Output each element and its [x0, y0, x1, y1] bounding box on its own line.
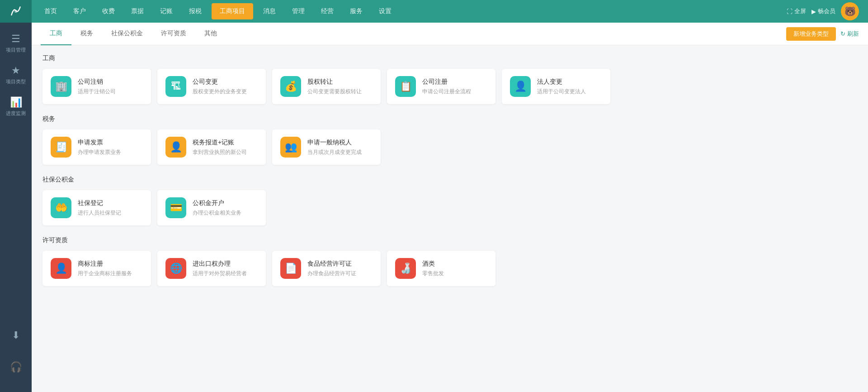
vip-button[interactable]: ▶ 畅会员 — [811, 7, 835, 15]
svg-point-0 — [14, 10, 17, 13]
nav-item-首页[interactable]: 首页 — [36, 0, 65, 23]
nav-item-客户[interactable]: 客户 — [65, 0, 94, 23]
vip-icon: ▶ — [811, 8, 816, 15]
card-name-3-3: 酒类 — [422, 260, 487, 268]
card-1-1[interactable]: 👤税务报道+记账拿到营业执照的新公司 — [157, 129, 266, 165]
card-desc-0-3: 申请公司注册全流程 — [422, 88, 487, 96]
card-desc-3-0: 用于企业商标注册服务 — [78, 270, 143, 277]
card-info-0-3: 公司注册申请公司注册全流程 — [422, 78, 487, 96]
tab-label-shuiwu: 税务 — [80, 29, 93, 38]
card-desc-3-2: 办理食品经营许可证 — [307, 270, 373, 277]
sidebar-label-progress-monitor: 进度监测 — [6, 110, 26, 117]
card-desc-0-4: 适用于公司变更法人 — [537, 88, 602, 96]
top-navigation: 首页客户收费票据记账报税工商项目消息管理经营服务设置 ⛶ 全屏 ▶ 畅会员 🐻 — [0, 0, 868, 23]
card-2-0[interactable]: 🤲社保登记进行人员社保登记 — [42, 190, 151, 225]
nav-item-经营[interactable]: 经营 — [313, 0, 342, 23]
card-info-0-2: 股权转让公司变更需要股权转让 — [307, 78, 373, 96]
tab-label-xuke: 许可资质 — [161, 29, 186, 38]
sidebar-item-project-type[interactable]: ★ 项目类型 — [0, 59, 32, 91]
card-desc-1-1: 拿到营业执照的新公司 — [193, 148, 258, 156]
mascot-avatar[interactable]: 🐻 — [841, 2, 859, 20]
add-type-button[interactable]: 新增业务类型 — [786, 27, 836, 41]
card-info-3-1: 进出口权办理适用于对外贸易经营者 — [193, 260, 258, 277]
sidebar-item-headset[interactable]: 🎧 — [0, 351, 32, 383]
card-0-1[interactable]: 🏗公司变更股权变更外的业务变更 — [157, 69, 266, 104]
cards-grid-1: 🧾申请发票办理申请发票业务👤税务报道+记账拿到营业执照的新公司👥申请一般纳税人当… — [42, 129, 857, 165]
tab-shebao[interactable]: 社保公积金 — [102, 23, 152, 45]
nav-item-设置[interactable]: 设置 — [371, 0, 400, 23]
card-0-3[interactable]: 📋公司注册申请公司注册全流程 — [387, 69, 495, 104]
card-info-0-4: 法人变更适用于公司变更法人 — [537, 78, 602, 96]
nav-item-记账[interactable]: 记账 — [152, 0, 181, 23]
nav-menu: 首页客户收费票据记账报税工商项目消息管理经营服务设置 — [32, 0, 787, 23]
card-desc-3-3: 零售批发 — [422, 270, 487, 277]
tab-label-other: 其他 — [204, 29, 217, 38]
card-icon-1-2: 👥 — [280, 137, 301, 158]
card-icon-0-3: 📋 — [395, 76, 416, 97]
card-name-1-0: 申请发票 — [78, 139, 143, 147]
sidebar-item-project-management[interactable]: ☰ 项目管理 — [0, 27, 32, 59]
card-name-0-1: 公司变更 — [193, 78, 258, 86]
tab-shuiwu[interactable]: 税务 — [71, 23, 102, 45]
scroll-content: 工商🏢公司注销适用于注销公司🏗公司变更股权变更外的业务变更💰股权转让公司变更需要… — [32, 45, 868, 392]
card-name-0-2: 股权转让 — [307, 78, 373, 86]
nav-item-收费[interactable]: 收费 — [94, 0, 123, 23]
card-desc-1-2: 当月或次月成变更完成 — [307, 148, 373, 156]
tab-label-gongshang: 工商 — [50, 29, 62, 38]
content-area: 工商 税务 社保公积金 许可资质 其他 新增业务类型 ↻ 刷新 — [32, 23, 868, 392]
card-info-1-0: 申请发票办理申请发票业务 — [78, 139, 143, 156]
card-name-2-0: 社保登记 — [78, 199, 143, 207]
card-3-0[interactable]: 👤商标注册用于企业商标注册服务 — [42, 251, 151, 286]
card-icon-0-0: 🏢 — [51, 76, 71, 97]
card-1-2[interactable]: 👥申请一般纳税人当月或次月成变更完成 — [272, 129, 381, 165]
card-0-0[interactable]: 🏢公司注销适用于注销公司 — [42, 69, 151, 104]
card-name-1-1: 税务报道+记账 — [193, 139, 258, 147]
card-info-1-2: 申请一般纳税人当月或次月成变更完成 — [307, 139, 373, 156]
card-0-4[interactable]: 👤法人变更适用于公司变更法人 — [502, 69, 610, 104]
cards-grid-3: 👤商标注册用于企业商标注册服务🌐进出口权办理适用于对外贸易经营者📄食品经营许可证… — [42, 251, 857, 286]
tab-gongshang[interactable]: 工商 — [41, 23, 71, 45]
refresh-button[interactable]: ↻ 刷新 — [840, 30, 859, 38]
main-layout: ☰ 项目管理 ★ 项目类型 📊 进度监测 ⬇ 🎧 工商 税务 — [0, 23, 868, 392]
headset-icon: 🎧 — [10, 361, 22, 373]
card-0-2[interactable]: 💰股权转让公司变更需要股权转让 — [272, 69, 381, 104]
card-name-3-2: 食品经营许可证 — [307, 260, 373, 268]
nav-item-服务[interactable]: 服务 — [342, 0, 371, 23]
card-info-1-1: 税务报道+记账拿到营业执照的新公司 — [193, 139, 258, 156]
card-icon-1-1: 👤 — [165, 137, 186, 158]
chart-icon: 📊 — [10, 96, 22, 108]
card-name-3-0: 商标注册 — [78, 260, 143, 268]
card-icon-1-0: 🧾 — [51, 137, 71, 158]
section-title-1: 税务 — [42, 115, 857, 123]
card-3-1[interactable]: 🌐进出口权办理适用于对外贸易经营者 — [157, 251, 266, 286]
nav-item-报税[interactable]: 报税 — [181, 0, 210, 23]
fullscreen-button[interactable]: ⛶ 全屏 — [787, 7, 806, 15]
star-icon: ★ — [11, 65, 20, 76]
tab-other[interactable]: 其他 — [195, 23, 226, 45]
nav-item-工商项目[interactable]: 工商项目 — [212, 3, 253, 19]
nav-item-管理[interactable]: 管理 — [284, 0, 313, 23]
tab-xuke[interactable]: 许可资质 — [152, 23, 195, 45]
fullscreen-icon: ⛶ — [787, 8, 793, 15]
card-3-2[interactable]: 📄食品经营许可证办理食品经营许可证 — [272, 251, 381, 286]
list-icon: ☰ — [11, 33, 20, 45]
nav-item-消息[interactable]: 消息 — [255, 0, 284, 23]
section-title-3: 许可资质 — [42, 236, 857, 244]
sidebar-item-progress-monitor[interactable]: 📊 进度监测 — [0, 91, 32, 122]
nav-item-票据[interactable]: 票据 — [123, 0, 152, 23]
sidebar-bottom: ⬇ 🎧 — [0, 320, 32, 392]
card-2-1[interactable]: 💳公积金开户办理公积金相关业务 — [157, 190, 266, 225]
card-3-3[interactable]: 🍶酒类零售批发 — [387, 251, 495, 286]
cards-grid-2: 🤲社保登记进行人员社保登记💳公积金开户办理公积金相关业务 — [42, 190, 857, 225]
card-1-0[interactable]: 🧾申请发票办理申请发票业务 — [42, 129, 151, 165]
left-sidebar: ☰ 项目管理 ★ 项目类型 📊 进度监测 ⬇ 🎧 — [0, 23, 32, 392]
card-info-2-0: 社保登记进行人员社保登记 — [78, 199, 143, 217]
refresh-icon: ↻ — [840, 30, 845, 37]
logo[interactable] — [0, 0, 32, 23]
card-info-3-3: 酒类零售批发 — [422, 260, 487, 277]
fullscreen-label: 全屏 — [794, 7, 806, 15]
sidebar-item-download[interactable]: ⬇ — [0, 320, 32, 351]
section-title-0: 工商 — [42, 54, 857, 62]
card-desc-2-1: 办理公积金相关业务 — [193, 209, 258, 217]
card-icon-3-2: 📄 — [280, 258, 301, 279]
